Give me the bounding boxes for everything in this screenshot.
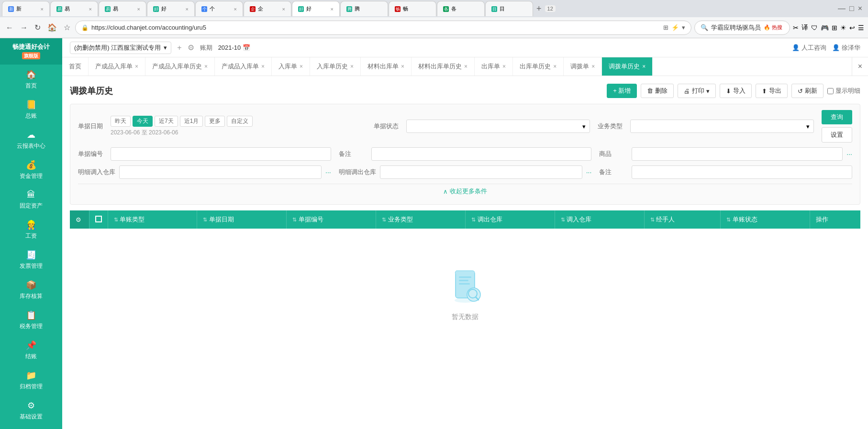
nav-tab-product-in2[interactable]: 产成品入库单 × [215, 57, 272, 76]
nav-tab-close-icon-7[interactable]: × [464, 63, 467, 70]
nav-tab-transfer[interactable]: 调拨单 × [564, 57, 602, 76]
th-biz-type[interactable]: ⇅ 业务类型 [376, 210, 466, 229]
th-doc-status[interactable]: ⇅ 单账状态 [721, 210, 810, 229]
browser-tab-7[interactable]: 好 好 × [292, 1, 340, 16]
minimize-icon[interactable]: — [838, 4, 846, 13]
detail-in-ellipsis-icon[interactable]: ··· [325, 168, 331, 176]
translate-icon[interactable]: 译 [801, 23, 808, 32]
tab-close-icon-4[interactable]: × [186, 6, 189, 12]
sidebar-item-home[interactable]: 🏠 首页 [0, 65, 62, 95]
search-bar[interactable]: 🔍 学霸应聘场驱鸟员 🔥 热搜 [694, 21, 790, 35]
print-button[interactable]: 🖨 打印 ▾ [678, 84, 716, 98]
nav-tab-out-history[interactable]: 出库单历史 × [513, 57, 564, 76]
nav-tab-close-icon-11[interactable]: × [642, 63, 645, 70]
game-icon[interactable]: 🎮 [821, 24, 829, 32]
browser-tab-8[interactable]: 腾 腾 [340, 1, 388, 16]
sidebar-logo[interactable]: 畅捷通好会计 旗舰版 [0, 38, 62, 65]
close-all-tabs[interactable]: × [852, 57, 868, 76]
delete-button[interactable]: 🗑 删除 [641, 84, 674, 98]
add-company-icon[interactable]: + [177, 44, 181, 52]
browser-tab-9[interactable]: 畅 畅 [389, 1, 436, 16]
date-btn-1month[interactable]: 近1月 [180, 116, 203, 127]
th-checkbox[interactable] [89, 210, 108, 229]
scissors-icon[interactable]: ✂ [793, 24, 799, 32]
biz-type-select[interactable]: ▾ [630, 120, 814, 133]
nav-tab-in[interactable]: 入库单 × [272, 57, 310, 76]
tab-close-icon-7[interactable]: × [331, 6, 334, 12]
browser-tab-3[interactable]: 易 易 × [99, 1, 146, 16]
tab-close-icon-3[interactable]: × [137, 6, 140, 12]
user-info[interactable]: 👤 徐泽华 [832, 44, 860, 52]
th-handler[interactable]: ⇅ 经手人 [644, 210, 721, 229]
sidebar-item-ledger[interactable]: 📒 总账 [0, 95, 62, 125]
tab-close-icon[interactable]: × [41, 6, 44, 12]
address-bar[interactable]: 🔒 https://cloud.chanjet.com/accounting/u… [75, 21, 691, 35]
detail-out-ellipsis-icon[interactable]: ··· [586, 168, 592, 176]
date-btn-yesterday[interactable]: 昨天 [111, 116, 131, 127]
nav-tab-product-in-history[interactable]: 产成品入库单历史 × [145, 57, 215, 76]
browser-tab-11[interactable]: 目 目 [485, 1, 533, 16]
company-selector[interactable]: (勿删勿禁用) 江西服宝测试专用 ▾ [70, 42, 171, 54]
browser-tab-1[interactable]: 新 新 × [2, 1, 50, 16]
detail-in-input[interactable] [119, 165, 322, 179]
period-value[interactable]: 2021-10 📅 [218, 44, 251, 51]
browser-tab-5[interactable]: 个 个 × [195, 1, 243, 16]
maximize-icon[interactable]: □ [849, 4, 854, 13]
sidebar-item-settings[interactable]: ⚙ 基础设置 [0, 396, 62, 426]
theme-icon[interactable]: ☀ [840, 24, 846, 32]
sidebar-item-invoice[interactable]: 🧾 发票管理 [0, 245, 62, 275]
display-toggle-checkbox[interactable] [827, 88, 834, 94]
nav-tab-out[interactable]: 出库单 × [475, 57, 513, 76]
select-all-checkbox[interactable] [95, 216, 102, 222]
date-btn-more[interactable]: 更多 [205, 116, 225, 127]
tab-close-icon-5[interactable]: × [234, 6, 237, 12]
docno-input[interactable] [111, 147, 331, 161]
nav-tab-in-history[interactable]: 入库单历史 × [310, 57, 361, 76]
sidebar-item-finance[interactable]: 💰 资金管理 [0, 155, 62, 185]
forward-button[interactable]: → [18, 22, 30, 33]
th-transfer-out[interactable]: ⇅ 调出仓库 [465, 210, 555, 229]
nav-tab-transfer-history[interactable]: 调拨单历史 × [602, 57, 653, 76]
menu-icon[interactable]: ☰ [858, 24, 864, 32]
shield-icon[interactable]: 🛡 [811, 24, 818, 32]
nav-tab-home[interactable]: 首页 [62, 57, 89, 76]
date-btn-7days[interactable]: 近7天 [155, 116, 178, 127]
close-icon[interactable]: × [858, 4, 862, 13]
browser-tab-2[interactable]: 易 易 × [50, 1, 98, 16]
nav-tab-material-out[interactable]: 材料出库单 × [361, 57, 412, 76]
export-button[interactable]: ⬆ 导出 [756, 84, 788, 98]
import-button[interactable]: ⬇ 导入 [720, 84, 752, 98]
new-tab-button[interactable]: + [534, 4, 545, 14]
th-doc-date[interactable]: ⇅ 单据日期 [197, 210, 287, 229]
nav-tab-close-icon-2[interactable]: × [204, 63, 208, 70]
sidebar-item-tax[interactable]: 📋 税务管理 [0, 305, 62, 335]
nav-tab-close-icon-9[interactable]: × [553, 63, 556, 70]
goods-input[interactable] [632, 147, 843, 161]
apps-icon[interactable]: ⊞ [832, 24, 837, 32]
sidebar-item-guide[interactable]: 📖 新手引导 [0, 426, 62, 429]
th-transfer-in[interactable]: ⇅ 调入仓库 [555, 210, 644, 229]
sidebar-item-reports[interactable]: ☁ 云报表中心 [0, 125, 62, 155]
sidebar-item-archive[interactable]: 📁 归档管理 [0, 365, 62, 396]
th-settings[interactable]: ⚙ [70, 210, 89, 229]
nav-tab-close-icon-3[interactable]: × [261, 63, 265, 70]
sidebar-item-assets[interactable]: 🏛 固定资产 [0, 185, 62, 215]
browser-tab-4[interactable]: 好 好 × [147, 1, 195, 16]
settings-button[interactable]: 设置 [822, 127, 852, 143]
dropdown-icon[interactable]: ▾ [682, 24, 685, 31]
nav-tab-close-icon-4[interactable]: × [300, 63, 303, 70]
goods-ellipsis-icon[interactable]: ··· [846, 150, 852, 158]
back-button[interactable]: ← [4, 22, 15, 33]
home-button[interactable]: 🏠 [45, 22, 59, 33]
sidebar-item-inventory[interactable]: 📦 库存核算 [0, 275, 62, 305]
nav-tab-close-icon-5[interactable]: × [350, 63, 354, 70]
nav-tab-close-icon-6[interactable]: × [401, 63, 404, 70]
refresh-button-page[interactable]: ↺ 刷新 [791, 84, 823, 98]
refresh-button[interactable]: ↻ [33, 22, 43, 33]
query-button[interactable]: 查询 [822, 110, 852, 124]
undo-icon[interactable]: ↩ [849, 24, 855, 32]
customer-service[interactable]: 👤 人工咨询 [792, 44, 826, 52]
detail-out-input[interactable] [380, 165, 582, 179]
collapse-button[interactable]: ∧ 收起更多条件 [78, 184, 852, 198]
browser-tab-10[interactable]: 各 各 [437, 1, 485, 16]
